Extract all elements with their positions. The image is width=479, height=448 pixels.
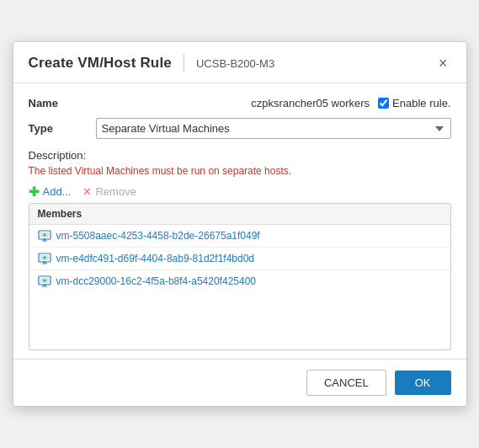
header-separator [184, 54, 184, 72]
plus-icon: ✚ [29, 185, 40, 198]
table-row[interactable]: vm-e4dfc491-d69f-4404-8ab9-81d2f1f4bd0d [29, 248, 450, 270]
member-name-2[interactable]: vm-e4dfc491-d69f-4404-8ab9-81d2f1f4bd0d [56, 253, 255, 264]
remove-icon: ✕ [82, 185, 92, 198]
dialog-footer: CANCEL OK [13, 359, 466, 406]
members-header: Members [29, 204, 450, 225]
name-value: czpksrancher05 workers [96, 97, 379, 109]
enable-rule-label: Enable rule. [378, 97, 450, 109]
enable-rule-checkbox[interactable] [378, 98, 389, 109]
ok-button[interactable]: OK [395, 371, 451, 395]
description-label: Description: [29, 149, 451, 162]
name-row: Name czpksrancher05 workers Enable rule. [29, 97, 451, 109]
members-table: Members vm-5508aaec-4 [29, 203, 451, 350]
add-label: Add... [43, 185, 72, 198]
type-row: Type Separate Virtual Machines Keep Virt… [29, 118, 451, 139]
create-vm-host-rule-dialog: Create VM/Host Rule UCSB-B200-M3 × Name … [13, 41, 467, 407]
members-list: vm-5508aaec-4253-4458-b2de-26675a1f049f [29, 225, 450, 349]
remove-button[interactable]: ✕ Remove [82, 185, 136, 198]
vm-icon-1 [38, 229, 51, 243]
description-text: The listed Virtual Machines must be run … [29, 165, 451, 177]
table-row[interactable]: vm-dcc29000-16c2-4f5a-b8f4-a5420f425400 [29, 270, 450, 292]
dialog-title: Create VM/Host Rule [29, 55, 172, 72]
dialog-subtitle: UCSB-B200-M3 [196, 57, 274, 70]
type-select[interactable]: Separate Virtual Machines Keep Virtual M… [96, 118, 451, 139]
vm-icon-3 [38, 275, 51, 288]
add-button[interactable]: ✚ Add... [29, 185, 72, 198]
enable-rule-text: Enable rule. [392, 97, 450, 109]
close-button[interactable]: × [435, 54, 451, 72]
dialog-header: Create VM/Host Rule UCSB-B200-M3 × [13, 42, 466, 83]
members-toolbar: ✚ Add... ✕ Remove [29, 185, 451, 198]
remove-label: Remove [95, 185, 136, 198]
member-name-3[interactable]: vm-dcc29000-16c2-4f5a-b8f4-a5420f425400 [56, 275, 257, 287]
vm-icon-2 [38, 252, 51, 265]
type-label: Type [29, 122, 96, 135]
table-row[interactable]: vm-5508aaec-4253-4458-b2de-26675a1f049f [29, 225, 450, 248]
name-label: Name [29, 97, 96, 109]
member-name-1[interactable]: vm-5508aaec-4253-4458-b2de-26675a1f049f [56, 230, 260, 242]
dialog-body: Name czpksrancher05 workers Enable rule.… [13, 83, 466, 359]
cancel-button[interactable]: CANCEL [306, 370, 386, 396]
